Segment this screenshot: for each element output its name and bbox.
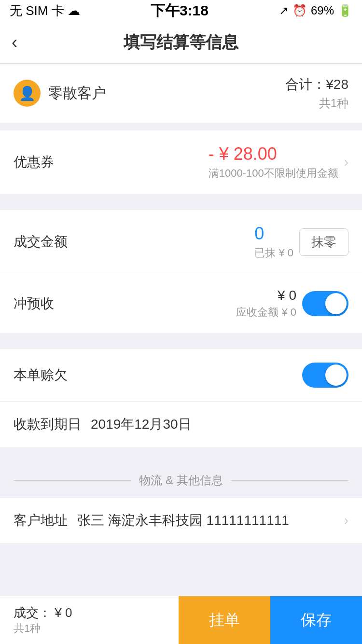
- logistics-label: 物流 & 其他信息: [131, 473, 230, 488]
- address-label: 客户地址: [14, 511, 68, 530]
- alarm-icon: ⏰: [292, 4, 307, 17]
- back-button[interactable]: ‹: [12, 32, 17, 53]
- coupon-section: 优惠券 - ¥ 28.00 满1000-100不限制使用金额 ›: [0, 130, 362, 195]
- bottom-spacer: [0, 551, 362, 599]
- battery-label: 69%: [311, 4, 334, 17]
- bottom-deal: 成交： ¥ 0: [14, 604, 165, 621]
- bottom-info: 成交： ¥ 0 共1种: [0, 596, 179, 644]
- address-section: 客户地址 张三 海淀永丰科技园 11111111111 ›: [0, 498, 362, 543]
- section-divider-1: [0, 202, 362, 210]
- deal-amount-section: 成交金额 0 已抹 ¥ 0 抹零 冲预收 ¥ 0 应收金额 ¥ 0: [0, 210, 362, 334]
- deal-amount-label: 成交金额: [14, 233, 68, 251]
- battery-icon: 🔋: [338, 4, 352, 17]
- prepayment-value: ¥ 0: [236, 288, 296, 303]
- round-zero-button[interactable]: 抹零: [299, 228, 348, 256]
- status-time: 下午3:18: [151, 1, 209, 21]
- debit-row: 本单赊欠: [0, 349, 362, 402]
- customer-right: 合计：¥28 共1种: [285, 75, 348, 111]
- coupon-discount: - ¥ 28.00: [209, 144, 338, 164]
- debit-toggle[interactable]: [302, 363, 348, 388]
- customer-avatar: 👤: [14, 80, 41, 107]
- address-value: 张三 海淀永丰科技园 11111111111: [77, 511, 344, 530]
- prepayment-row: 冲预收 ¥ 0 应收金额 ¥ 0: [0, 274, 362, 334]
- customer-count: 共1种: [285, 96, 348, 111]
- status-right: ↗ ⏰ 69% 🔋: [279, 4, 352, 17]
- deal-amount-sub: 已抹 ¥ 0: [254, 246, 293, 260]
- nav-bar: ‹ 填写结算等信息: [0, 21, 362, 64]
- bottom-deal-value: ¥ 0: [55, 605, 72, 620]
- avatar-icon: 👤: [19, 85, 36, 101]
- prepayment-sub: 应收金额 ¥ 0: [236, 305, 296, 320]
- customer-name: 零散客户: [48, 84, 106, 103]
- coupon-row[interactable]: 优惠券 - ¥ 28.00 满1000-100不限制使用金额 ›: [0, 130, 362, 195]
- debit-right: [302, 363, 348, 388]
- debit-toggle-knob: [325, 364, 347, 386]
- debit-label: 本单赊欠: [14, 366, 68, 384]
- coupon-right: - ¥ 28.00 满1000-100不限制使用金额 ›: [209, 144, 348, 181]
- status-left: 无 SIM 卡 ☁: [10, 2, 80, 19]
- debit-section: 本单赊欠 收款到期日 2019年12月30日: [0, 349, 362, 448]
- main-content: 👤 零散客户 合计：¥28 共1种 优惠券 - ¥ 28.00 满1000-10…: [0, 64, 362, 599]
- section-divider-3: [0, 455, 362, 463]
- bottom-count: 共1种: [14, 621, 165, 636]
- toggle-knob: [325, 293, 347, 314]
- bottom-bar: 成交： ¥ 0 共1种 挂单 保存: [0, 596, 362, 644]
- customer-total: 合计：¥28: [285, 75, 348, 94]
- address-chevron-icon: ›: [344, 513, 348, 528]
- save-button[interactable]: 保存: [270, 596, 362, 644]
- location-icon: ↗: [279, 4, 289, 17]
- address-row[interactable]: 客户地址 张三 海淀永丰科技园 11111111111 ›: [0, 498, 362, 543]
- due-date-row[interactable]: 收款到期日 2019年12月30日: [0, 402, 362, 448]
- deal-amount-row: 成交金额 0 已抹 ¥ 0 抹零: [0, 210, 362, 274]
- customer-row: 👤 零散客户 合计：¥28 共1种: [0, 64, 362, 123]
- prepayment-toggle[interactable]: [302, 291, 348, 316]
- logistics-line-right: [231, 480, 348, 481]
- logistics-line-left: [14, 480, 131, 481]
- hold-button[interactable]: 挂单: [179, 596, 270, 644]
- due-date-value: 2019年12月30日: [91, 415, 192, 434]
- section-divider-2: [0, 341, 362, 349]
- deal-amount-value: 0: [254, 224, 293, 244]
- coupon-sub: 满1000-100不限制使用金额: [209, 166, 338, 181]
- bottom-deal-label: 成交：: [14, 605, 51, 620]
- customer-left: 👤 零散客户: [14, 80, 106, 107]
- deal-amount-right: 0 已抹 ¥ 0 抹零: [254, 224, 348, 260]
- coupon-chevron-icon: ›: [344, 154, 348, 170]
- logistics-header-line: 物流 & 其他信息: [0, 473, 362, 488]
- status-bar: 无 SIM 卡 ☁ 下午3:18 ↗ ⏰ 69% 🔋: [0, 0, 362, 21]
- due-date-label: 收款到期日: [14, 415, 81, 434]
- page-title: 填写结算等信息: [124, 31, 238, 54]
- sim-label: 无 SIM 卡 ☁: [10, 2, 80, 19]
- prepayment-right: ¥ 0 应收金额 ¥ 0: [236, 288, 348, 320]
- prepayment-label: 冲预收: [14, 294, 54, 313]
- coupon-label: 优惠券: [14, 153, 54, 171]
- logistics-header: 物流 & 其他信息: [0, 463, 362, 498]
